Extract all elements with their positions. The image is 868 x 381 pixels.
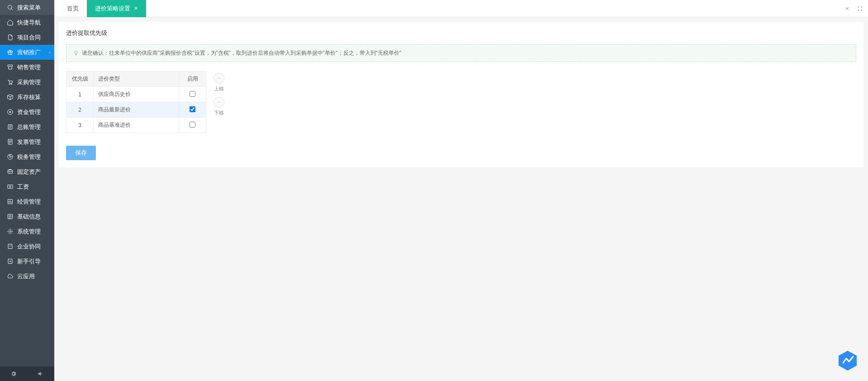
sidebar-item-label: 销售管理 [17, 63, 41, 71]
alert-text: 请您确认：往来单位中的供应商"采购报价含税"设置，为"含税"，取到进价后将自动带… [82, 49, 401, 57]
svg-point-0 [8, 5, 12, 10]
ledger-icon [6, 124, 14, 131]
sidebar-item-search[interactable]: 搜索菜单 [0, 0, 54, 15]
sidebar-item-shop[interactable]: 销售管理 [0, 60, 54, 75]
doc-icon [6, 34, 14, 41]
table-row[interactable]: 2商品最新进价 [66, 102, 206, 118]
enable-checkbox[interactable] [190, 106, 195, 112]
move-up-button[interactable] [213, 73, 224, 84]
sidebar-item-collab[interactable]: 企业协同 [0, 239, 54, 254]
home-icon [6, 19, 14, 26]
cell-enable [179, 87, 206, 102]
sidebar-item-doc[interactable]: 项目合同 [0, 30, 54, 45]
sidebar-item-cart[interactable]: 采购管理 [0, 75, 54, 90]
guide-icon [6, 258, 14, 265]
cart-icon [6, 79, 14, 86]
table-row[interactable]: 3商品基准进价 [66, 118, 206, 133]
assistant-badge[interactable] [836, 349, 859, 372]
sidebar: 搜索菜单快捷导航项目合同营销推广销售管理采购管理库存核算资金管理总账管理发票管理… [0, 0, 54, 381]
gift-icon [6, 49, 14, 56]
sidebar-item-asset[interactable]: 固定资产 [0, 164, 54, 179]
sidebar-item-label: 基础信息 [17, 213, 41, 221]
sidebar-item-gift[interactable]: 营销推广 [0, 45, 54, 60]
move-up-label: 上移 [214, 86, 224, 92]
header-type: 进价类型 [94, 71, 179, 87]
cell-priority: 1 [66, 87, 94, 102]
sidebar-item-guide[interactable]: 新手引导 [0, 254, 54, 269]
sidebar-item-label: 搜索菜单 [17, 4, 41, 12]
sidebar-item-label: 资金管理 [17, 108, 41, 116]
move-down-label: 下移 [214, 110, 224, 116]
svg-point-4 [11, 84, 12, 85]
close-icon[interactable]: ✕ [134, 5, 138, 11]
svg-point-3 [9, 84, 10, 85]
sound-icon[interactable] [38, 371, 44, 377]
shop-icon [6, 64, 14, 71]
sidebar-item-label: 税务管理 [17, 153, 41, 161]
close-all-icon[interactable] [843, 4, 852, 13]
sidebar-item-label: 固定资产 [17, 168, 41, 176]
sidebar-item-label: 云应用 [17, 272, 35, 281]
sidebar-item-salary[interactable]: 工资 [0, 179, 54, 194]
info-icon [6, 213, 14, 220]
header-priority: 优先级 [66, 71, 94, 87]
content: 进价提取优先级 请您确认：往来单位中的供应商"采购报价含税"设置，为"含税"，取… [54, 17, 868, 381]
lightbulb-icon [73, 50, 79, 57]
sidebar-item-money[interactable]: 资金管理 [0, 105, 54, 119]
priority-table: 优先级 进价类型 启用 1供应商历史价2商品最新进价3商品基准进价 [66, 71, 206, 133]
sidebar-item-cloud[interactable]: 云应用 [0, 269, 54, 284]
collab-icon [6, 243, 14, 250]
sidebar-item-label: 发票管理 [17, 138, 41, 146]
tab-price-strategy[interactable]: 进价策略设置 ✕ [87, 0, 146, 17]
svg-point-11 [9, 186, 11, 188]
salary-icon [6, 183, 14, 190]
svg-rect-10 [7, 185, 12, 189]
enable-checkbox[interactable] [190, 122, 195, 128]
cell-priority: 3 [66, 118, 94, 133]
sidebar-item-label: 采购管理 [17, 78, 41, 86]
settings-icon[interactable] [10, 371, 17, 377]
chevron-left-icon [48, 51, 52, 54]
svg-point-14 [9, 231, 11, 233]
sidebar-item-info[interactable]: 基础信息 [0, 209, 54, 224]
cell-priority: 2 [66, 102, 94, 118]
sidebar-item-label: 经营管理 [17, 198, 41, 206]
sidebar-item-invoice[interactable]: 发票管理 [0, 134, 54, 149]
move-controls: 上移 下移 [213, 71, 224, 119]
enable-checkbox[interactable] [190, 91, 195, 97]
cell-type: 商品基准进价 [94, 118, 179, 133]
sidebar-item-label: 工资 [17, 183, 29, 191]
section-title: 进价提取优先级 [66, 29, 856, 37]
header-enable: 启用 [179, 71, 206, 87]
svg-point-18 [75, 51, 77, 53]
cell-enable [179, 102, 206, 118]
sidebar-item-system[interactable]: 系统管理 [0, 224, 54, 239]
tab-home[interactable]: 首页 [59, 0, 87, 17]
search-icon [6, 4, 14, 11]
sidebar-footer [0, 367, 54, 381]
tab-label: 首页 [67, 5, 79, 13]
sidebar-item-label: 系统管理 [17, 228, 41, 236]
sidebar-item-box[interactable]: 库存核算 [0, 90, 54, 105]
table-row[interactable]: 1供应商历史价 [66, 87, 206, 102]
sidebar-item-tax[interactable]: 税务管理 [0, 149, 54, 164]
fullscreen-icon[interactable] [855, 4, 864, 13]
save-button[interactable]: 保存 [66, 146, 96, 160]
sidebar-item-home[interactable]: 快捷导航 [0, 15, 54, 30]
cloud-icon [6, 273, 14, 280]
svg-point-17 [9, 261, 11, 262]
move-down-button[interactable] [213, 97, 224, 108]
cell-enable [179, 118, 206, 133]
tax-icon [6, 153, 14, 161]
sidebar-item-ledger[interactable]: 总账管理 [0, 119, 54, 134]
svg-rect-16 [8, 259, 12, 264]
invoice-icon [6, 138, 14, 146]
system-icon [6, 228, 14, 235]
sidebar-item-label: 营销推广 [17, 48, 41, 57]
cell-type: 商品最新进价 [94, 102, 179, 118]
sidebar-item-business[interactable]: 经营管理 [0, 194, 54, 209]
tab-label: 进价策略设置 [95, 5, 130, 13]
sidebar-item-label: 项目合同 [17, 33, 41, 42]
cell-type: 供应商历史价 [94, 87, 179, 102]
box-icon [6, 94, 14, 101]
